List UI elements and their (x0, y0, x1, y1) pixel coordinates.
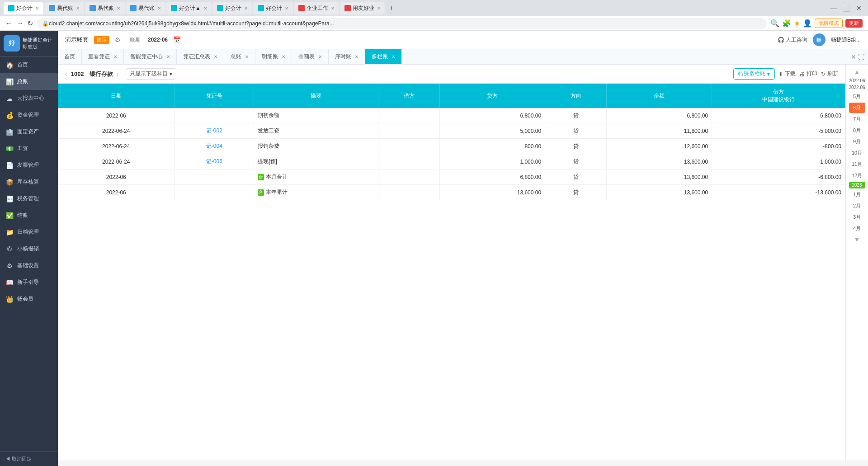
page-tab-detail[interactable]: 明细账 ✕ (255, 49, 292, 64)
month-item-6[interactable]: 6月 (849, 103, 865, 113)
sidebar-item-inventory[interactable]: 📦 库存核算 (0, 174, 58, 190)
sidebar-item-reports[interactable]: ☁ 云报表中心 (0, 90, 58, 107)
new-tab-button[interactable]: + (386, 3, 397, 14)
tab-close-4[interactable]: ✕ (203, 6, 207, 11)
extensions-icon[interactable]: 🧩 (782, 19, 791, 28)
browser-tab-1[interactable]: 易代账 ✕ (44, 2, 84, 14)
bookmark-icon[interactable]: ★ (794, 19, 800, 28)
sidebar-item-member[interactable]: 👑 畅会员 (0, 291, 58, 307)
horizontal-scrollbar[interactable] (58, 461, 868, 466)
tab-close-summary[interactable]: ✕ (214, 54, 217, 59)
invoice-icon: 📄 (5, 162, 14, 169)
month-item-11[interactable]: 11月 (849, 159, 865, 169)
month-item-4[interactable]: 4月 (849, 223, 865, 234)
sidebar-item-settings[interactable]: ⚙ 基础设置 (0, 257, 58, 274)
page-tab-smart[interactable]: 智能凭证中心 ✕ (124, 49, 177, 64)
sidebar-item-funds[interactable]: 💰 资金管理 (0, 107, 58, 123)
url-bar[interactable]: 🔒 cloud2.chanjet.com/accounting/uh26t264… (37, 18, 767, 29)
profile-icon[interactable]: 👤 (803, 19, 812, 28)
no-trace-button[interactable]: 无痕模式 (815, 19, 843, 28)
expand-icon[interactable]: ⛶ (858, 53, 864, 61)
sidebar-item-invoice[interactable]: 📄 发票管理 (0, 157, 58, 174)
browser-tab-5[interactable]: 好会计 ✕ (212, 2, 252, 14)
voucher-link[interactable]: 记-004 (206, 143, 222, 149)
tab-close-multicolumn[interactable]: ✕ (392, 54, 395, 59)
tab-close-btn[interactable]: ✕ (35, 6, 39, 11)
search-icon[interactable]: 🔍 (770, 19, 779, 28)
month-item-3[interactable]: 3月 (849, 212, 865, 222)
page-tab-summary[interactable]: 凭证汇总表 ✕ (177, 49, 224, 64)
browser-tab-active[interactable]: 好会计 ✕ (4, 2, 43, 14)
tab-close-smart[interactable]: ✕ (166, 54, 170, 59)
month-item-5[interactable]: 5月 (849, 91, 865, 102)
prev-account-button[interactable]: ‹ (65, 71, 67, 78)
sidebar-item-salary[interactable]: 💵 工资 (0, 140, 58, 157)
minimize-button[interactable]: — (828, 3, 839, 14)
month-item-8[interactable]: 8月 (849, 125, 865, 136)
month-item-2[interactable]: 2月 (849, 201, 865, 211)
reload-button[interactable]: ↻ (27, 19, 33, 28)
tab-close-5[interactable]: ✕ (244, 6, 248, 11)
settings-icon[interactable]: ⚙ (115, 36, 121, 43)
consulting-button[interactable]: 🎧 人工咨询 (778, 36, 807, 44)
month-item-12[interactable]: 12月 (849, 170, 865, 181)
browser-tab-4[interactable]: 好会计▲ ✕ (166, 2, 212, 14)
tab-close-1[interactable]: ✕ (76, 6, 80, 11)
page-tab-balance[interactable]: 余额表 ✕ (292, 49, 329, 64)
sidebar-item-tax[interactable]: 🧾 税务管理 (0, 190, 58, 207)
tab-close-balance[interactable]: ✕ (318, 54, 322, 59)
close-button[interactable]: ✕ (854, 3, 864, 14)
sidebar-item-archive[interactable]: 📁 归档管理 (0, 224, 58, 240)
sidebar-item-close[interactable]: ✅ 结账 (0, 207, 58, 224)
browser-tab-7[interactable]: 企业工作 ✕ (294, 2, 339, 14)
tab-close-sequence[interactable]: ✕ (355, 54, 359, 59)
month-item-7[interactable]: 7月 (849, 114, 865, 124)
page-tab-home[interactable]: 首页 (58, 49, 82, 64)
tab-close-detail[interactable]: ✕ (282, 54, 285, 59)
tab-close-6[interactable]: ✕ (285, 6, 288, 11)
unpin-button[interactable]: ◀ 取消固定 (5, 456, 32, 461)
voucher-link[interactable]: 记-002 (206, 127, 222, 134)
forward-button[interactable]: → (16, 19, 24, 28)
sidebar-item-guide[interactable]: 📖 新手引导 (0, 274, 58, 291)
cell-credit: 6,800.00 (439, 169, 545, 185)
tab-bar-actions: ✕ ⛶ (847, 53, 868, 61)
browser-tab-2[interactable]: 易代账 ✕ (85, 2, 125, 14)
print-button[interactable]: 🖨 打印 (799, 70, 817, 78)
month-item-9[interactable]: 9月 (849, 137, 865, 147)
tab-close-2[interactable]: ✕ (117, 6, 120, 11)
voucher-link[interactable]: 记-006 (206, 158, 222, 165)
filter-dropdown[interactable]: 只显示下级科目 ▾ (126, 68, 176, 80)
page-tab-voucher[interactable]: 查看凭证 ✕ (82, 49, 124, 64)
browser-tab-6[interactable]: 好会计 ✕ (253, 2, 293, 14)
next-account-button[interactable]: › (117, 71, 119, 78)
tab-close-voucher[interactable]: ✕ (113, 54, 117, 59)
back-button[interactable]: ← (5, 19, 13, 28)
sidebar-item-home[interactable]: 🏠 首页 (0, 56, 58, 73)
tab-close-8[interactable]: ✕ (377, 6, 381, 11)
browser-tab-3[interactable]: 易代账 ✕ (126, 2, 165, 14)
tab-close-7[interactable]: ✕ (331, 6, 335, 11)
month-nav-up[interactable]: ▲ (852, 66, 862, 77)
browser-tab-8[interactable]: 用友好业 ✕ (340, 2, 385, 14)
month-item-1[interactable]: 1月 (849, 189, 865, 200)
download-button[interactable]: ⬇ 下载 (778, 70, 796, 78)
tab-favicon-3 (130, 5, 137, 11)
page-tab-general[interactable]: 总账 ✕ (224, 49, 255, 64)
refresh-button[interactable]: ↻ 刷新 (821, 70, 838, 78)
close-all-tabs-icon[interactable]: ✕ (851, 53, 856, 61)
sidebar-item-ledger[interactable]: 📊 总账 (0, 73, 58, 90)
special-multicolumn-button[interactable]: 特殊多栏账 ▾ (733, 68, 775, 80)
calendar-icon[interactable]: 📅 (173, 36, 181, 43)
tab-close-3[interactable]: ✕ (157, 6, 161, 11)
month-nav-down[interactable]: ▼ (852, 234, 862, 245)
page-tab-sequence[interactable]: 序时账 ✕ (329, 49, 365, 64)
page-tab-multicolumn[interactable]: 多栏账 ✕ (365, 49, 402, 64)
month-item-10[interactable]: 10月 (849, 148, 865, 158)
sidebar-item-expense[interactable]: © 小畅报销 (0, 240, 58, 257)
update-button[interactable]: 更新 (845, 19, 863, 28)
sidebar-item-assets[interactable]: 🏢 固定资产 (0, 123, 58, 140)
tab-close-general[interactable]: ✕ (245, 54, 249, 59)
cell-balance: 6,800.00 (606, 108, 712, 123)
restore-button[interactable]: ⬜ (841, 3, 852, 14)
